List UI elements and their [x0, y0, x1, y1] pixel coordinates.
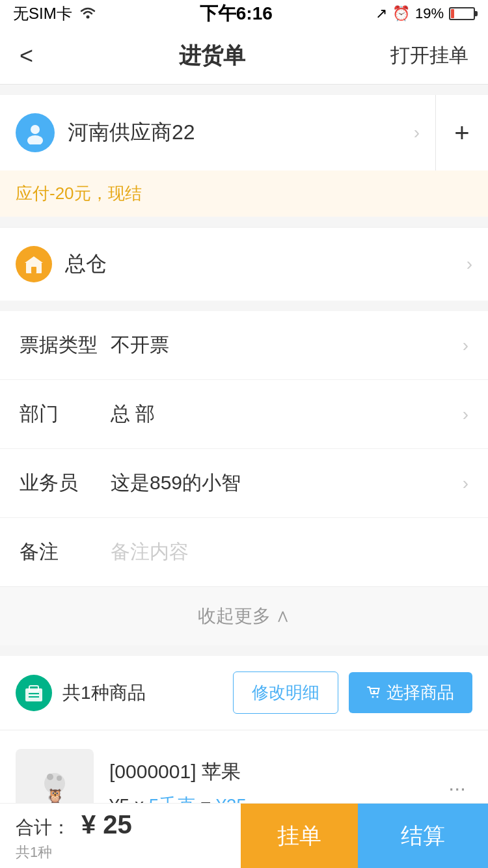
remark-input[interactable]: 备注内容	[111, 539, 468, 565]
product-name: [0000001] 苹果	[109, 759, 442, 785]
products-count: 共1种商品	[62, 681, 233, 705]
more-options-button[interactable]: ···	[442, 770, 472, 807]
gap1	[0, 85, 488, 95]
page-title: 进货单	[179, 41, 245, 71]
dept-value: 总 部	[111, 401, 463, 427]
remark-row[interactable]: 备注 备注内容	[0, 518, 488, 586]
supplier-selector[interactable]: 河南供应商22 ›	[0, 95, 436, 170]
dept-label: 部门	[20, 401, 98, 427]
staff-chevron-icon: ›	[463, 473, 468, 494]
remark-label: 备注	[20, 539, 98, 565]
staff-value: 这是859的小智	[111, 470, 463, 496]
total-section: 合计： ¥ 25 共1种	[0, 810, 241, 862]
wifi-icon	[79, 5, 97, 23]
invoice-row[interactable]: 票据类型 不开票 ›	[0, 311, 488, 380]
gap2	[0, 217, 488, 227]
battery-text: 19%	[415, 5, 444, 22]
warehouse-row[interactable]: 总仓 ›	[0, 227, 488, 301]
products-icon	[16, 675, 52, 711]
back-button[interactable]: <	[20, 42, 33, 70]
hold-button[interactable]: 挂单	[241, 804, 358, 869]
svg-rect-5	[31, 267, 36, 273]
svg-point-0	[86, 16, 89, 19]
supplier-section: 河南供应商22 › +	[0, 95, 488, 170]
form-section: 票据类型 不开票 › 部门 总 部 › 业务员 这是859的小智 › 备注 备注…	[0, 311, 488, 586]
warehouse-chevron-icon: ›	[467, 254, 472, 275]
dept-chevron-icon: ›	[463, 404, 468, 425]
open-hold-button[interactable]: 打开挂单	[390, 42, 468, 69]
svg-text:🦉: 🦉	[46, 787, 64, 805]
status-left: 无SIM卡	[13, 3, 97, 24]
supplier-chevron-icon: ›	[414, 122, 420, 143]
warehouse-name: 总仓	[65, 250, 467, 278]
svg-point-1	[31, 125, 40, 134]
total-count: 共1种	[16, 843, 225, 862]
dept-row[interactable]: 部门 总 部 ›	[0, 380, 488, 449]
invoice-chevron-icon: ›	[463, 335, 468, 356]
notice-bar: 应付-20元，现结	[0, 170, 488, 217]
svg-point-16	[47, 774, 53, 780]
location-icon: ↗	[375, 5, 387, 22]
total-amount: ¥ 25	[81, 810, 132, 839]
carrier-text: 无SIM卡	[13, 3, 72, 24]
svg-point-10	[372, 696, 374, 698]
invoice-value: 不开票	[111, 332, 463, 359]
staff-label: 业务员	[20, 470, 98, 496]
edit-detail-button[interactable]: 修改明细	[233, 671, 338, 714]
status-right: ↗ ⏰ 19%	[375, 5, 475, 22]
supplier-name: 河南供应商22	[68, 118, 407, 147]
nav-bar: < 进货单 打开挂单	[0, 27, 488, 85]
alarm-icon: ⏰	[392, 5, 410, 22]
warehouse-icon	[16, 246, 52, 282]
staff-row[interactable]: 业务员 这是859的小智 ›	[0, 449, 488, 518]
battery-icon	[449, 7, 475, 20]
product-code: [0000001]	[109, 761, 196, 782]
status-bar: 无SIM卡 下午6:16 ↗ ⏰ 19%	[0, 0, 488, 27]
add-supplier-button[interactable]: +	[436, 118, 488, 148]
svg-marker-4	[25, 256, 43, 263]
collapse-bar[interactable]: 收起更多 ∧	[0, 586, 488, 645]
svg-point-2	[27, 135, 43, 144]
total-label: 合计：	[16, 817, 70, 837]
invoice-label: 票据类型	[20, 332, 98, 359]
cart-icon	[367, 683, 381, 703]
products-header: 共1种商品 修改明细 选择商品	[0, 656, 488, 729]
status-time: 下午6:16	[200, 1, 273, 26]
bottom-bar: 合计： ¥ 25 共1种 挂单 结算	[0, 803, 488, 868]
settle-button[interactable]: 结算	[358, 804, 488, 869]
select-product-button[interactable]: 选择商品	[349, 672, 472, 713]
product-title: 苹果	[202, 761, 241, 782]
supplier-avatar	[16, 113, 55, 152]
svg-point-17	[57, 776, 62, 781]
svg-point-11	[377, 696, 379, 698]
select-product-label: 选择商品	[386, 681, 454, 704]
